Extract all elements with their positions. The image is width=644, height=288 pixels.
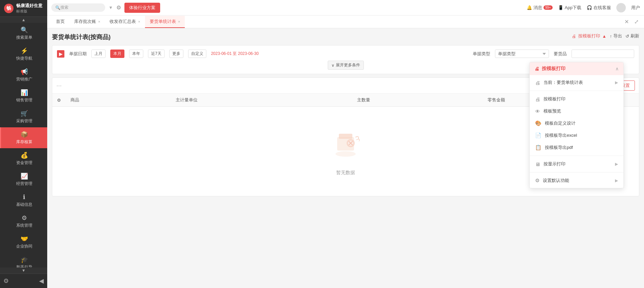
tab-batch-accounts-close[interactable]: ×: [98, 20, 100, 24]
sidebar-settings-icon[interactable]: ⚙: [3, 277, 9, 285]
page-title: 要货单统计表(按商品): [52, 33, 639, 41]
pdf-icon: 📋: [535, 145, 541, 151]
dropdown-item-export-pdf-label: 按模板导出pdf: [545, 145, 573, 151]
default-settings-icon: ⚙: [535, 178, 539, 184]
date-btn-last-month[interactable]: 上月: [91, 50, 106, 58]
date-btn-custom[interactable]: 自定义: [188, 50, 206, 58]
topbar-settings-icon[interactable]: ⚙: [116, 4, 121, 11]
messages-area[interactable]: 🔔 消息 99+: [527, 5, 553, 11]
bell-icon: 🔔: [527, 5, 532, 10]
user-avatar[interactable]: [616, 3, 626, 12]
empty-illustration: [329, 127, 362, 166]
refresh-area[interactable]: ↺ 刷新: [625, 33, 639, 39]
excel-icon: 📄: [535, 132, 541, 138]
sidebar-scroll-up[interactable]: ▲: [0, 17, 47, 23]
date-btn-this-month[interactable]: 本月: [110, 50, 124, 58]
tab-batch-accounts[interactable]: 库存批次账 ×: [69, 16, 105, 28]
app-download-area[interactable]: 📱 App下载: [558, 5, 581, 11]
sidebar-item-operations[interactable]: 📈 经营管理: [0, 169, 47, 190]
sidebar-item-inventory[interactable]: 📦 库存核算: [0, 127, 47, 148]
dropdown-current-arrow: ▶: [615, 80, 618, 85]
sidebar-item-newcomer[interactable]: 🎓 新手引导: [0, 253, 47, 267]
dropdown-item-template-preview-label: 模板预览: [544, 108, 561, 114]
sidebar-item-search[interactable]: 🔍 搜索菜单: [0, 23, 47, 44]
table-more-icon[interactable]: ⋯: [56, 83, 62, 89]
goods-input[interactable]: [572, 50, 634, 58]
sidebar-collapse-icon[interactable]: ◀: [39, 277, 44, 285]
tab-home[interactable]: 首页: [51, 16, 69, 28]
order-type-label: 单据类型: [473, 51, 490, 57]
topbar-right: 🔔 消息 99+ 📱 App下载 🎧 在线客服 用户: [527, 3, 640, 12]
tab-close-all-icon[interactable]: ✕: [623, 18, 630, 26]
date-btn-7days[interactable]: 近7天: [148, 50, 165, 58]
sidebar-item-finance[interactable]: 💰 资金管理: [0, 148, 47, 169]
sidebar-item-system[interactable]: ⚙ 系统管理: [0, 211, 47, 232]
page-content: 要货单统计表(按商品) 🖨 按模板打印 ▲ ↑ 导出 ↺ 刷新 ▶ 单据日期 上…: [47, 28, 644, 288]
date-btn-more[interactable]: 更多: [169, 50, 183, 58]
sidebar-item-quick-nav-label: 快捷导航: [16, 56, 32, 61]
expand-more-icon: ∨: [331, 63, 334, 68]
refresh-icon: ↺: [625, 34, 629, 39]
date-btn-this-year[interactable]: 本年: [129, 50, 143, 58]
dropdown-item-display-print[interactable]: 🖥 按显示打印 ▶: [530, 158, 623, 170]
dropdown-item-export-pdf[interactable]: 📋 按模板导出pdf: [530, 141, 623, 154]
col-settings[interactable]: ⚙: [52, 94, 66, 107]
tab-expand-icon[interactable]: ⤢: [633, 18, 640, 26]
sidebar-item-marketing[interactable]: 📢 营销推广: [0, 65, 47, 86]
expand-more-label: 展开更多条件: [336, 62, 360, 68]
print-template-area[interactable]: 🖨 按模板打印 ▲: [572, 33, 607, 39]
dropdown-divider-1: [530, 91, 623, 91]
search-icon: 🔍: [55, 5, 60, 10]
print-dropdown-arrow[interactable]: ▲: [602, 34, 607, 39]
topbar: 🔍 搜索 ▼ ⚙ 体验行业方案 🔔 消息 99+ 📱 App下载 🎧 在线客服 …: [47, 0, 644, 15]
tab-batch-accounts-label: 库存批次账: [74, 19, 96, 25]
dropdown-header-label: 按模板打印: [542, 66, 565, 72]
svg-rect-2: [339, 134, 352, 139]
dropdown-item-export-excel[interactable]: 📄 按模板导出excel: [530, 129, 623, 141]
app-name: 畅康通好生意: [16, 3, 42, 9]
dropdown-item-template-preview[interactable]: 👁 模板预览: [530, 105, 623, 117]
topbar-search[interactable]: 🔍 搜索: [51, 3, 105, 12]
trending-icon: 📈: [21, 172, 28, 180]
dropdown-item-template-print[interactable]: 🖨 按模板打印: [530, 93, 623, 105]
sidebar-item-basic-info[interactable]: ℹ 基础信息: [0, 190, 47, 211]
industry-solution-button[interactable]: 体验行业方案: [124, 3, 160, 13]
filter-expand-button[interactable]: ▶: [57, 50, 64, 58]
sidebar-item-quick-nav[interactable]: ⚡ 快捷导航: [0, 44, 47, 65]
dropdown-item-display-print-label: 按显示打印: [544, 161, 565, 167]
dropdown-item-set-default[interactable]: ⚙ 设置默认功能 ▶: [530, 174, 623, 187]
dropdown-close-icon[interactable]: ∧: [615, 66, 619, 71]
sidebar-item-purchase[interactable]: 🛒 采购管理: [0, 106, 47, 127]
info-icon: ℹ: [23, 193, 25, 201]
tab-receipts-summary-close[interactable]: ×: [138, 20, 140, 24]
tab-requisition-stats[interactable]: 要货单统计表 ×: [145, 16, 185, 28]
sidebar-item-sales-label: 销售管理: [16, 97, 32, 103]
topbar-dropdown-icon[interactable]: ▼: [109, 5, 113, 10]
empty-text: 暂无数据: [336, 170, 355, 176]
sidebar-item-inventory-label: 库存核算: [16, 139, 32, 145]
sidebar-item-enterprise[interactable]: 🤝 企业协同: [0, 232, 47, 253]
order-type-select[interactable]: 单据类型: [495, 50, 549, 58]
money-icon: 💰: [21, 152, 28, 159]
username-label: 用户: [631, 5, 640, 11]
export-area[interactable]: ↑ 导出: [610, 33, 622, 39]
sidebar-item-search-label: 搜索菜单: [16, 35, 32, 40]
tab-receipts-summary[interactable]: 收发存汇总表 ×: [105, 16, 145, 28]
sidebar-scroll-down[interactable]: ▼: [0, 267, 47, 274]
sidebar: 畅 畅康通好生意 标准版 ▲ 🔍 搜索菜单 ⚡ 快捷导航 📢 营销推广 📊 销售…: [0, 0, 47, 288]
dropdown-current-section: 🖨 当前：要货单统计表 ▶: [530, 75, 623, 90]
dropdown-item-template-design[interactable]: 🎨 模板自定义设计: [530, 117, 623, 129]
dropdown-items-section: 🖨 按模板打印 👁 模板预览 🎨 模板自定义设计 📄 按模板导出excel 📋: [530, 92, 623, 155]
expand-more-button[interactable]: ∨ 展开更多条件: [328, 61, 364, 70]
filter-row: ▶ 单据日期 上月 本月 本年 近7天 更多 自定义 2023-06-01 至 …: [57, 50, 634, 58]
megaphone-icon: 📢: [21, 68, 28, 75]
tab-requisition-stats-label: 要货单统计表: [150, 19, 176, 25]
col-goods: 商品: [66, 94, 171, 107]
tab-requisition-stats-close[interactable]: ×: [178, 20, 180, 24]
dropdown-item-current[interactable]: 🖨 当前：要货单统计表 ▶: [530, 76, 623, 89]
svg-point-0: [335, 151, 356, 157]
box-icon: 📦: [21, 131, 28, 138]
headset-icon: 🎧: [587, 5, 592, 10]
sidebar-item-sales[interactable]: 📊 销售管理: [0, 86, 47, 106]
online-service-area[interactable]: 🎧 在线客服: [587, 5, 611, 11]
